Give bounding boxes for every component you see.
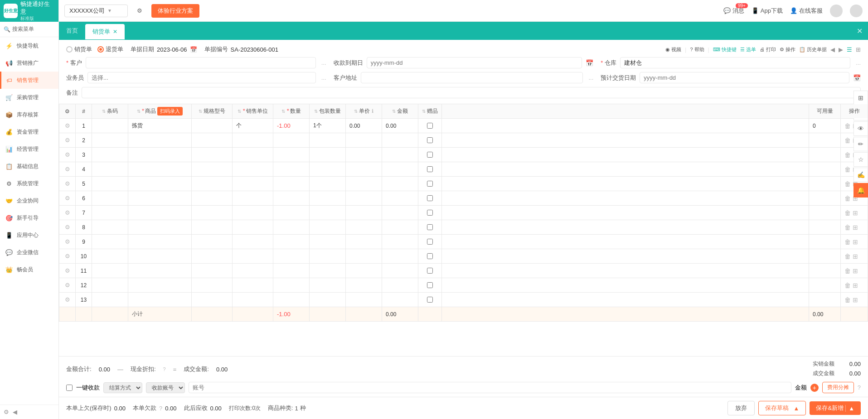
- save-new-button[interactable]: 保存&新增 ▲: [810, 401, 861, 415]
- discard-button[interactable]: 放弃: [727, 401, 755, 415]
- gift-checkbox[interactable]: [427, 195, 433, 201]
- sidebar-search[interactable]: 🔍 搜索菜单: [0, 22, 58, 37]
- unit-sort-icon[interactable]: ⇅: [238, 109, 241, 114]
- float-star-btn[interactable]: ☆: [853, 152, 868, 167]
- delete-row-icon[interactable]: 🗑: [844, 267, 851, 275]
- sidebar-item-basic[interactable]: 📋 基础信息: [0, 158, 58, 175]
- tab-sales-order[interactable]: 销货单 ✕: [85, 24, 125, 39]
- due-date-calendar-icon[interactable]: 📅: [586, 59, 593, 67]
- delete-row-icon[interactable]: 🗑: [844, 166, 851, 173]
- row-price[interactable]: 0.00: [346, 119, 382, 133]
- add-payment-button[interactable]: +: [810, 384, 819, 392]
- sidebar-item-app-center[interactable]: 📱 应用中心: [0, 226, 58, 244]
- row-spec[interactable]: [192, 148, 233, 162]
- one-click-payment-checkbox[interactable]: [66, 385, 73, 391]
- save-draft-dropdown-icon[interactable]: ▲: [790, 405, 800, 412]
- list-view-icon[interactable]: ☰: [847, 46, 852, 53]
- radio-sales-order[interactable]: 销货单: [66, 45, 92, 53]
- delete-row-icon[interactable]: 🗑: [844, 238, 851, 246]
- row-qty[interactable]: [273, 133, 310, 148]
- sidebar-item-member[interactable]: 👑 畅会员: [0, 261, 58, 278]
- avatar2[interactable]: [850, 5, 863, 17]
- sidebar-item-finance[interactable]: 💰 资金管理: [0, 123, 58, 140]
- message-button[interactable]: 💬 消息 99+: [723, 7, 744, 15]
- row-barcode[interactable]: [92, 148, 128, 162]
- row-spec[interactable]: [192, 119, 233, 133]
- copy-row-icon[interactable]: ⊞: [853, 282, 858, 289]
- sidebar-item-inventory[interactable]: 📦 库存核算: [0, 106, 58, 123]
- expense-split-button[interactable]: 费用分摊: [822, 382, 854, 393]
- warehouse-input[interactable]: [620, 57, 850, 68]
- delivery-date-input[interactable]: [640, 72, 849, 83]
- float-pencil-btn[interactable]: ✏: [853, 137, 868, 151]
- settings-gear-button[interactable]: ⚙: [133, 5, 146, 17]
- row-qty[interactable]: [273, 148, 310, 162]
- product-sort-icon[interactable]: ⇅: [137, 109, 141, 114]
- warehouse-ellipsis[interactable]: ...: [856, 59, 861, 66]
- row-gift[interactable]: [418, 133, 442, 148]
- delete-row-icon[interactable]: 🗑: [844, 209, 851, 217]
- gift-checkbox[interactable]: [427, 253, 433, 259]
- tab-home[interactable]: 首页: [59, 23, 85, 39]
- close-all-tabs-icon[interactable]: ✕: [857, 27, 863, 35]
- video-btn[interactable]: ◉ 视频: [665, 46, 681, 53]
- row-settings-icon[interactable]: ⚙: [65, 209, 70, 216]
- salesperson-input[interactable]: [87, 72, 316, 83]
- row-settings-icon[interactable]: ⚙: [65, 151, 70, 158]
- copy-row-icon[interactable]: ⊞: [853, 296, 858, 303]
- price-info-icon[interactable]: ℹ: [372, 108, 373, 114]
- delete-row-icon[interactable]: 🗑: [844, 180, 851, 188]
- gift-checkbox[interactable]: [427, 297, 433, 303]
- company-selector[interactable]: XXXXXX公司 ▼: [64, 5, 128, 17]
- row-product[interactable]: [128, 148, 192, 162]
- collapse-icon[interactable]: ◀: [13, 409, 17, 415]
- amount-sort-icon[interactable]: ⇅: [392, 109, 396, 114]
- copy-row-icon[interactable]: ⊞: [853, 267, 858, 275]
- row-gift[interactable]: [418, 119, 442, 133]
- row-settings-icon[interactable]: ⚙: [65, 122, 70, 129]
- sidebar-item-purchase[interactable]: 🛒 采购管理: [0, 89, 58, 106]
- payment-account-select[interactable]: 收款账号: [146, 382, 185, 393]
- tab-close-icon[interactable]: ✕: [113, 29, 117, 35]
- row-spec[interactable]: [192, 133, 233, 148]
- row-settings-icon[interactable]: ⚙: [65, 224, 70, 231]
- row-unit[interactable]: [233, 133, 273, 148]
- radio-return-order[interactable]: 退货单: [97, 45, 123, 53]
- sidebar-item-marketing[interactable]: 📢 营销推广: [0, 54, 58, 72]
- payment-account-input[interactable]: [189, 382, 791, 393]
- select-btn[interactable]: ☰ 选单: [740, 46, 756, 53]
- row-pack-qty[interactable]: [310, 148, 346, 162]
- sidebar-item-quick-nav[interactable]: ⚡ 快捷导航: [0, 37, 58, 54]
- row-settings-icon[interactable]: ⚙: [65, 296, 70, 303]
- save-new-dropdown-icon[interactable]: ▲: [845, 405, 854, 412]
- row-remark[interactable]: [442, 133, 809, 148]
- gift-checkbox[interactable]: [427, 224, 433, 230]
- row-gift[interactable]: [418, 148, 442, 162]
- copy-row-icon[interactable]: ⊞: [853, 253, 858, 260]
- delete-row-icon[interactable]: 🗑: [844, 224, 851, 231]
- float-action-btn[interactable]: 🔔: [853, 183, 868, 197]
- pack-sort-icon[interactable]: ⇅: [314, 109, 318, 114]
- trial-button[interactable]: 体验行业方案: [151, 4, 199, 18]
- row-remark[interactable]: [442, 148, 809, 162]
- sidebar-item-guide[interactable]: 🎯 新手引导: [0, 209, 58, 226]
- calendar-icon[interactable]: 📅: [190, 46, 197, 53]
- online-service-button[interactable]: 👤 在线客服: [790, 7, 823, 15]
- sidebar-item-enterprise[interactable]: 🤝 企业协同: [0, 192, 58, 209]
- remark-input[interactable]: [82, 87, 861, 98]
- grid-view-icon[interactable]: ⊞: [856, 46, 861, 53]
- row-pack-qty[interactable]: [310, 133, 346, 148]
- shortcut-btn[interactable]: ⌨ 快捷键: [713, 46, 737, 53]
- delete-row-icon[interactable]: 🗑: [844, 296, 851, 303]
- price-sort-icon[interactable]: ⇅: [354, 109, 358, 114]
- float-edit-btn[interactable]: ✍: [853, 168, 868, 182]
- delete-row-icon[interactable]: 🗑: [844, 137, 851, 144]
- copy-row-icon[interactable]: ⊞: [853, 238, 858, 246]
- print-btn[interactable]: 🖨 打印: [760, 46, 776, 53]
- delete-row-icon[interactable]: 🗑: [844, 151, 851, 159]
- settings-icon[interactable]: ⚙: [4, 409, 9, 415]
- row-settings-icon[interactable]: ⚙: [65, 253, 70, 260]
- row-settings-icon[interactable]: ⚙: [65, 137, 70, 144]
- row-price[interactable]: [346, 133, 382, 148]
- customer-input[interactable]: [86, 57, 316, 68]
